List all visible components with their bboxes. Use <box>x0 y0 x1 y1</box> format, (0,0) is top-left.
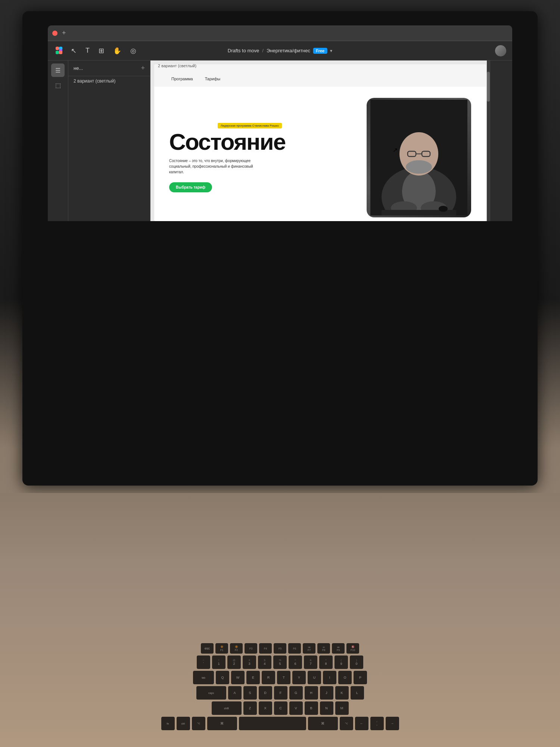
user-avatar[interactable] <box>495 45 506 56</box>
key-f4[interactable]: F4 <box>259 643 272 654</box>
key-caps[interactable]: caps <box>196 686 226 700</box>
hero-subtitle: Состояние – это то, что внутри, формирую… <box>169 158 259 175</box>
canvas-scrollbar[interactable] <box>487 61 490 221</box>
key-6[interactable]: ^6 <box>289 655 302 669</box>
key-esc[interactable]: esc <box>201 643 214 654</box>
canvas-label: 2 вариант (светлый) <box>158 63 196 68</box>
key-4[interactable]: $4 <box>258 655 271 669</box>
figma-logo[interactable] <box>54 46 64 56</box>
key-f3[interactable]: F3 <box>245 643 257 654</box>
key-j[interactable]: J <box>320 686 333 700</box>
component-tool[interactable]: ⊞ <box>96 45 106 56</box>
figma-toolbar: ↖ T ⊞ ✋ ◎ Drafts to move / Энергетика/фи… <box>48 41 512 61</box>
hero-badge: Лидерская программа Станислава Ришко <box>218 123 282 128</box>
key-b[interactable]: B <box>305 701 318 715</box>
key-f1[interactable]: 🔅F1 <box>215 643 228 654</box>
key-d[interactable]: D <box>259 686 272 700</box>
key-r[interactable]: R <box>262 671 275 684</box>
key-ctrl[interactable]: ctrl <box>177 717 190 730</box>
hero-section: Лидерская программа Станислава Ришко Сос… <box>154 87 486 221</box>
key-o[interactable]: O <box>338 671 352 684</box>
breadcrumb-part2[interactable]: Энергетика/фитнес <box>267 48 310 53</box>
svg-rect-0 <box>56 47 59 50</box>
key-f8[interactable]: ⏯F8 <box>317 643 330 654</box>
key-option-right[interactable]: ⌥ <box>340 717 353 730</box>
key-f[interactable]: F <box>274 686 287 700</box>
key-i[interactable]: I <box>323 671 336 684</box>
breadcrumb-chevron-icon[interactable]: ▾ <box>330 48 332 53</box>
key-a[interactable]: A <box>228 686 242 700</box>
key-arrow-left[interactable]: ← <box>355 717 368 730</box>
key-k[interactable]: K <box>335 686 349 700</box>
key-fn[interactable]: fn <box>161 717 175 730</box>
select-tool[interactable]: ↖ <box>69 45 79 56</box>
breadcrumb: Drafts to move / Энергетика/фитнес Free … <box>228 48 333 54</box>
key-e[interactable]: E <box>246 671 260 684</box>
nav-tarify[interactable]: Тарифы <box>203 75 223 83</box>
figma-canvas[interactable]: 2 вариант (светлый) Программа Тарифы Лид… <box>150 61 490 221</box>
key-3[interactable]: #3 <box>243 655 256 669</box>
key-c[interactable]: C <box>274 701 287 715</box>
key-cmd-right[interactable]: ⌘ <box>308 717 338 730</box>
key-q[interactable]: Q <box>216 671 229 684</box>
key-arrows-updown[interactable]: ↑ ↓ <box>370 717 384 730</box>
browser-chrome: + ↖ T ⊞ ✋ ◎ <box>48 25 512 221</box>
svg-rect-2 <box>56 51 59 54</box>
key-u[interactable]: U <box>308 671 321 684</box>
tab-close-button[interactable] <box>52 31 57 36</box>
text-tool[interactable]: T <box>83 45 92 56</box>
layer-item-1[interactable]: 2 вариант (светлый) <box>68 76 150 86</box>
key-h[interactable]: H <box>305 686 318 700</box>
hero-cta-button[interactable]: Выбрать тариф <box>169 182 212 192</box>
key-p[interactable]: P <box>354 671 367 684</box>
key-f5[interactable]: F5 <box>274 643 286 654</box>
key-g[interactable]: G <box>289 686 303 700</box>
assets-icon[interactable]: ⬚ <box>51 78 65 92</box>
hand-tool[interactable]: ✋ <box>111 45 124 56</box>
new-tab-button[interactable]: + <box>62 29 66 37</box>
key-l[interactable]: L <box>351 686 364 700</box>
keyboard-z-row: shift Z X C V B N M <box>28 701 532 715</box>
key-8[interactable]: *8 <box>319 655 333 669</box>
key-1[interactable]: !1 <box>212 655 225 669</box>
key-f10[interactable]: 🔇F10 <box>346 643 359 654</box>
breadcrumb-part1: Drafts to move <box>228 48 259 53</box>
hero-title: Состояние <box>169 130 359 154</box>
key-backtick[interactable]: ~` <box>197 655 210 669</box>
nav-programa[interactable]: Программа <box>169 75 195 83</box>
key-y[interactable]: Y <box>292 671 306 684</box>
key-9[interactable]: (9 <box>335 655 348 669</box>
key-tab[interactable]: tab <box>193 671 214 684</box>
key-z[interactable]: Z <box>243 701 257 715</box>
key-space[interactable] <box>239 717 306 730</box>
key-f6[interactable]: F6 <box>288 643 301 654</box>
layers-panel-icon[interactable]: ☰ <box>51 63 65 77</box>
key-shift-left[interactable]: shift <box>212 701 242 715</box>
key-f9[interactable]: ⏭F9 <box>332 643 345 654</box>
key-2[interactable]: @2 <box>227 655 241 669</box>
key-cmd-left[interactable]: ⌘ <box>207 717 237 730</box>
key-5[interactable]: %5 <box>273 655 287 669</box>
key-f2[interactable]: 🔆F2 <box>230 643 243 654</box>
keyboard: esc 🔅F1 🔆F2 F3 F4 F5 F6 ⏮F7 ⏯F8 ⏭F9 🔇F10… <box>28 643 532 732</box>
key-option[interactable]: ⌥ <box>192 717 205 730</box>
free-badge: Free <box>313 48 327 54</box>
comment-tool[interactable]: ◎ <box>128 45 139 56</box>
key-0[interactable]: )0 <box>350 655 363 669</box>
key-arrow-right[interactable]: → <box>386 717 399 730</box>
breadcrumb-separator: / <box>262 48 264 53</box>
key-m[interactable]: M <box>335 701 349 715</box>
key-f7[interactable]: ⏮F7 <box>303 643 315 654</box>
key-v[interactable]: V <box>289 701 303 715</box>
layers-add-button[interactable]: + <box>141 64 145 72</box>
key-s[interactable]: S <box>243 686 257 700</box>
scrollbar-handle[interactable] <box>487 72 490 102</box>
key-n[interactable]: N <box>320 701 333 715</box>
key-7[interactable]: &7 <box>304 655 317 669</box>
key-x[interactable]: X <box>259 701 272 715</box>
key-t[interactable]: T <box>277 671 290 684</box>
key-w[interactable]: W <box>231 671 245 684</box>
hero-photo <box>367 98 471 217</box>
screen-bezel: + ↖ T ⊞ ✋ ◎ <box>22 11 538 486</box>
figma-left-panel: ☰ ⬚ <box>48 61 68 221</box>
